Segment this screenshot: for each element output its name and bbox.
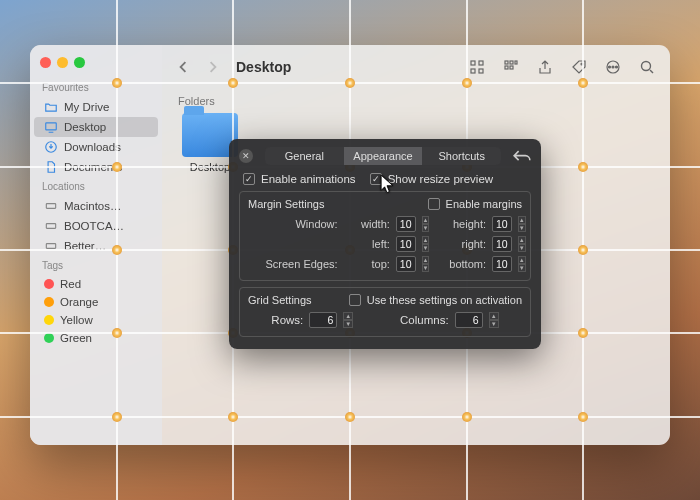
right-label: right: [432, 238, 486, 250]
tab-general[interactable]: General [265, 147, 344, 165]
sidebar-section-tags: Tags [30, 256, 162, 275]
width-label: width: [344, 218, 390, 230]
height-label: height: [432, 218, 486, 230]
finder-toolbar: Desktop [162, 45, 670, 89]
sidebar-item-label: Desktop [64, 121, 106, 133]
tab-shortcuts[interactable]: Shortcuts [422, 147, 501, 165]
close-icon[interactable]: ✕ [239, 149, 253, 163]
sidebar-item-label: My Drive [64, 101, 109, 113]
sidebar-tag-green[interactable]: Green [34, 329, 158, 347]
sidebar-tag-yellow[interactable]: Yellow [34, 311, 158, 329]
height-field[interactable]: 10 [492, 216, 512, 232]
zoom-icon[interactable] [74, 57, 85, 68]
svg-rect-0 [46, 123, 57, 130]
svg-rect-9 [505, 61, 508, 64]
sidebar-item-label: Orange [60, 296, 98, 308]
back-button[interactable] [172, 56, 194, 78]
downloads-icon [44, 140, 58, 154]
top-field[interactable]: 10 [396, 256, 416, 272]
sidebar-item-mydrive[interactable]: My Drive [34, 97, 158, 117]
grid-settings-group: Grid Settings Use these settings on acti… [239, 287, 531, 337]
bottom-label: bottom: [432, 258, 486, 270]
sidebar-section-favourites: Favourites [30, 78, 162, 97]
tab-segmented-control: General Appearance Shortcuts [265, 147, 501, 165]
rows-field[interactable]: 6 [309, 312, 337, 328]
tag-dot-icon [44, 315, 54, 325]
bottom-stepper[interactable]: ▲▼ [518, 256, 526, 272]
rows-label: Rows: [271, 314, 303, 326]
use-on-activation-label: Use these settings on activation [367, 294, 522, 306]
drive-icon [44, 219, 58, 233]
svg-point-17 [609, 66, 611, 68]
margin-settings-label: Margin Settings [248, 198, 324, 210]
sidebar-item-documents[interactable]: Documents [34, 157, 158, 177]
right-stepper[interactable]: ▲▼ [518, 236, 526, 252]
sidebar-item-downloads[interactable]: Downloads [34, 137, 158, 157]
svg-point-16 [612, 66, 614, 68]
width-field[interactable]: 10 [396, 216, 416, 232]
sidebar-tag-red[interactable]: Red [34, 275, 158, 293]
view-icon[interactable] [464, 56, 490, 78]
right-field[interactable]: 10 [492, 236, 512, 252]
left-field[interactable]: 10 [396, 236, 416, 252]
sidebar-item-bootcamp[interactable]: BOOTCA… [34, 216, 158, 236]
group-icon[interactable] [498, 56, 524, 78]
cols-stepper[interactable]: ▲▼ [489, 312, 499, 328]
window-controls [30, 53, 162, 78]
svg-rect-10 [510, 61, 513, 64]
drive-icon [44, 239, 58, 253]
preferences-popover: ✕ General Appearance Shortcuts Enable an… [229, 139, 541, 349]
top-stepper[interactable]: ▲▼ [422, 256, 430, 272]
close-icon[interactable] [40, 57, 51, 68]
minimize-icon[interactable] [57, 57, 68, 68]
tag-icon[interactable] [566, 56, 592, 78]
svg-point-18 [616, 66, 618, 68]
finder-title: Desktop [236, 59, 291, 75]
height-stepper[interactable]: ▲▼ [518, 216, 526, 232]
left-stepper[interactable]: ▲▼ [422, 236, 430, 252]
grid-settings-label: Grid Settings [248, 294, 312, 306]
svg-rect-2 [46, 204, 55, 209]
svg-rect-8 [479, 69, 483, 73]
sidebar-item-better[interactable]: Better… [34, 236, 158, 256]
width-stepper[interactable]: ▲▼ [422, 216, 430, 232]
svg-rect-5 [471, 61, 475, 65]
svg-point-19 [642, 62, 651, 71]
svg-rect-4 [46, 244, 55, 249]
sidebar-section-locations: Locations [30, 177, 162, 196]
sidebar-item-desktop[interactable]: Desktop [34, 117, 158, 137]
rows-stepper[interactable]: ▲▼ [343, 312, 353, 328]
screen-edges-label: Screen Edges: [248, 258, 338, 270]
sidebar-item-label: Green [60, 332, 92, 344]
content-section-label: Folders [178, 95, 654, 107]
svg-rect-11 [515, 61, 517, 64]
sidebar-item-label: Red [60, 278, 81, 290]
svg-rect-3 [46, 224, 55, 229]
sidebar-item-label: Better… [64, 240, 106, 252]
sidebar-item-macintosh[interactable]: Macintos… [34, 196, 158, 216]
svg-point-14 [581, 63, 583, 65]
action-icon[interactable] [600, 56, 626, 78]
enable-animations-checkbox[interactable] [243, 173, 255, 185]
cols-field[interactable]: 6 [455, 312, 483, 328]
sidebar-item-label: Downloads [64, 141, 121, 153]
share-icon[interactable] [532, 56, 558, 78]
enable-margins-checkbox[interactable] [428, 198, 440, 210]
desktop-icon [44, 120, 58, 134]
window-label: Window: [248, 218, 338, 230]
tab-appearance[interactable]: Appearance [344, 147, 423, 165]
folder-icon [44, 100, 58, 114]
sidebar-tag-orange[interactable]: Orange [34, 293, 158, 311]
svg-rect-12 [505, 66, 508, 69]
documents-icon [44, 160, 58, 174]
undo-icon[interactable] [513, 149, 531, 163]
enable-animations-label: Enable animations [261, 173, 356, 185]
use-on-activation-checkbox[interactable] [349, 294, 361, 306]
tag-dot-icon [44, 279, 54, 289]
sidebar-item-label: Macintos… [64, 200, 122, 212]
show-resize-label: Show resize preview [388, 173, 493, 185]
sidebar-item-label: BOOTCA… [64, 220, 124, 232]
forward-button[interactable] [202, 56, 224, 78]
search-icon[interactable] [634, 56, 660, 78]
bottom-field[interactable]: 10 [492, 256, 512, 272]
